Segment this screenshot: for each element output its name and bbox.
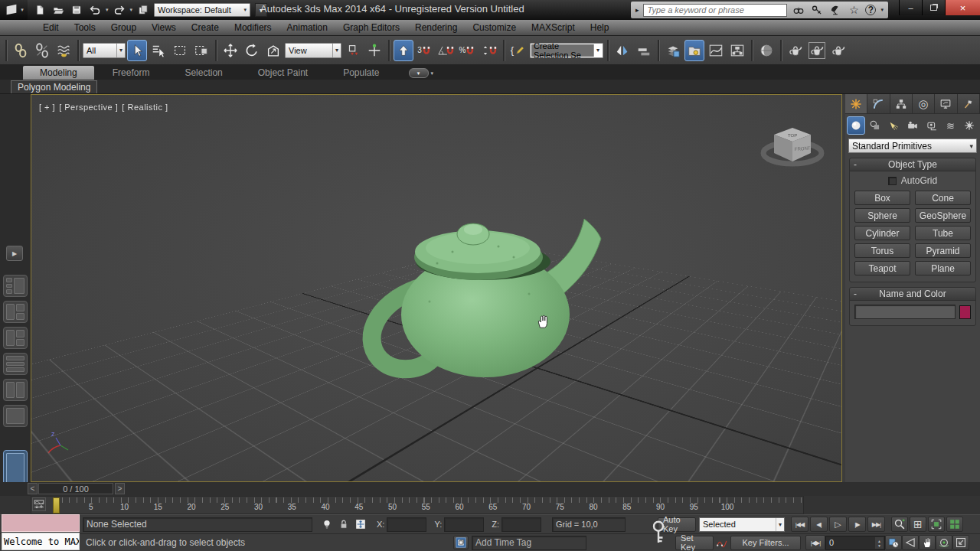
redo-button[interactable] xyxy=(112,2,127,18)
polygon-modeling-panel-tab[interactable]: Polygon Modeling xyxy=(11,80,97,93)
teapot-object[interactable] xyxy=(338,210,644,409)
communication-center-icon[interactable] xyxy=(828,3,842,17)
keyboard-shortcut-override-toggle[interactable] xyxy=(394,40,413,61)
rendered-frame-window-button[interactable] xyxy=(807,40,827,61)
category-lights[interactable] xyxy=(884,116,903,135)
viewport-layout-preset[interactable] xyxy=(3,379,28,401)
manage-layers-button[interactable] xyxy=(663,40,683,61)
viewport-pov-menu[interactable]: [ Perspective ] xyxy=(59,103,118,112)
viewport-layout-preset[interactable] xyxy=(3,327,28,349)
frame-spinner[interactable]: ▲▼ xyxy=(875,537,884,549)
select-and-scale-button[interactable] xyxy=(263,40,283,61)
zoom-extents-all-button[interactable] xyxy=(946,517,963,532)
menu-item[interactable]: Edit xyxy=(35,20,67,36)
open-file-button[interactable] xyxy=(51,2,66,18)
object-color-swatch[interactable] xyxy=(959,305,971,319)
menu-item[interactable]: Help xyxy=(583,20,617,36)
key-mode-toggle-button[interactable]: |◀▶| xyxy=(805,535,825,550)
menu-item[interactable]: Animation xyxy=(279,20,335,36)
application-menu-button[interactable]: ▾ xyxy=(0,0,28,20)
select-by-name-button[interactable] xyxy=(149,40,168,61)
autogrid-checkbox[interactable] xyxy=(888,177,897,185)
zoom-all-button[interactable]: ⊞ xyxy=(910,517,926,532)
communication-center-button[interactable] xyxy=(453,536,469,549)
menu-item[interactable]: Tools xyxy=(67,20,103,36)
primitive-button[interactable]: Cone xyxy=(915,191,971,205)
viewport-layout-preset[interactable] xyxy=(3,301,28,323)
workspace-selector[interactable]: Workspace: Default ▾ xyxy=(154,3,250,17)
selection-filter-dropdown[interactable]: All▾ xyxy=(83,43,126,58)
menu-item[interactable]: Rendering xyxy=(407,20,465,36)
unlink-selection-button[interactable] xyxy=(32,40,52,61)
z-coordinate-field[interactable] xyxy=(501,517,541,532)
angle-snap-toggle[interactable] xyxy=(436,40,456,61)
menu-item[interactable]: Customize xyxy=(465,20,524,36)
render-setup-button[interactable] xyxy=(786,40,805,61)
redo-dropdown-arrow[interactable]: ▾ xyxy=(130,7,133,13)
time-slider-handle[interactable] xyxy=(53,497,60,514)
select-object-button[interactable] xyxy=(127,40,147,61)
maximize-viewport-toggle[interactable] xyxy=(952,535,969,550)
primitive-button[interactable]: Box xyxy=(854,191,910,205)
schematic-view-button[interactable] xyxy=(727,40,747,61)
ribbon-tab-object-paint[interactable]: Object Paint xyxy=(241,66,325,80)
help-dropdown-arrow[interactable]: ▾ xyxy=(880,7,884,13)
align-button[interactable] xyxy=(634,40,654,61)
material-editor-button[interactable] xyxy=(756,40,776,61)
graphite-ribbon-toggle[interactable] xyxy=(684,40,704,61)
select-and-manipulate-button[interactable] xyxy=(364,40,384,61)
primitive-button[interactable]: Tube xyxy=(915,226,971,240)
menu-item[interactable]: Modifiers xyxy=(227,20,279,36)
key-mode-dropdown[interactable]: Selected ▾ xyxy=(699,517,785,532)
time-configuration-button[interactable] xyxy=(885,535,902,550)
isolate-selection-icon[interactable] xyxy=(318,517,335,532)
reference-coordinate-system-dropdown[interactable]: View▾ xyxy=(285,43,341,58)
play-button[interactable]: ▷ xyxy=(829,517,847,532)
viewcube[interactable]: TOP FRONT xyxy=(757,116,828,171)
save-file-button[interactable] xyxy=(69,2,84,18)
primitive-button[interactable]: Pyramid xyxy=(915,243,971,258)
orbit-button[interactable] xyxy=(936,535,952,550)
menu-item[interactable]: Group xyxy=(103,20,144,36)
geometry-category-dropdown[interactable]: Standard Primitives ▾ xyxy=(848,139,977,153)
named-selection-sets-dropdown[interactable]: Create Selection Se▾ xyxy=(530,43,603,58)
name-and-color-rollout-header[interactable]: - Name and Color xyxy=(850,288,975,301)
minimize-button[interactable]: – xyxy=(899,0,922,15)
ribbon-tab-modeling[interactable]: Modeling xyxy=(23,66,94,80)
primitive-button[interactable]: Plane xyxy=(915,261,971,276)
viewport-layout-preset[interactable] xyxy=(3,275,28,297)
menu-item[interactable]: MAXScript xyxy=(524,20,583,36)
infocenter-collapse-icon[interactable]: ▸ xyxy=(635,6,639,14)
add-time-tag-field[interactable]: Add Time Tag xyxy=(472,536,586,550)
category-cameras[interactable] xyxy=(903,116,922,135)
category-space-warps[interactable]: ≋ xyxy=(942,116,960,135)
layout-strip-expand-button[interactable]: ▶ xyxy=(6,246,23,261)
field-of-view-button[interactable] xyxy=(902,535,919,550)
spinner-snap-toggle[interactable] xyxy=(479,40,499,61)
rectangular-selection-region-button[interactable] xyxy=(170,40,190,61)
mirror-button[interactable] xyxy=(612,40,632,61)
go-to-end-button[interactable]: ▶▶| xyxy=(867,517,885,532)
pan-view-button[interactable] xyxy=(919,535,936,550)
sign-in-key-icon[interactable] xyxy=(810,3,824,17)
category-helpers[interactable] xyxy=(923,116,941,135)
ribbon-tab-freeform[interactable]: Freeform xyxy=(96,66,167,80)
category-geometry[interactable] xyxy=(847,116,865,135)
project-folder-button[interactable] xyxy=(136,2,151,18)
bind-to-space-warp-button[interactable] xyxy=(54,40,74,61)
menu-item[interactable]: Graph Editors xyxy=(335,20,407,36)
trackbar-next-key-button[interactable]: > xyxy=(115,483,125,494)
open-mini-curve-editor-button[interactable] xyxy=(32,497,46,511)
render-production-button[interactable] xyxy=(828,40,848,61)
favorites-star-icon[interactable]: ☆ xyxy=(847,3,861,17)
primitive-button[interactable]: Sphere xyxy=(854,208,910,223)
viewport-shading-menu[interactable]: [ Realistic ] xyxy=(122,103,168,112)
set-key-button[interactable]: Set Key xyxy=(675,536,714,550)
minimize-ribbon-button[interactable]: ▾ xyxy=(409,68,429,78)
previous-frame-button[interactable]: ◀| xyxy=(810,517,828,532)
tab-modify[interactable] xyxy=(867,94,890,113)
edit-named-selection-sets-button[interactable]: { xyxy=(508,40,528,61)
close-button[interactable]: × xyxy=(945,0,980,15)
default-tangents-icon[interactable] xyxy=(714,535,730,550)
ribbon-tab-populate[interactable]: Populate xyxy=(326,66,396,80)
